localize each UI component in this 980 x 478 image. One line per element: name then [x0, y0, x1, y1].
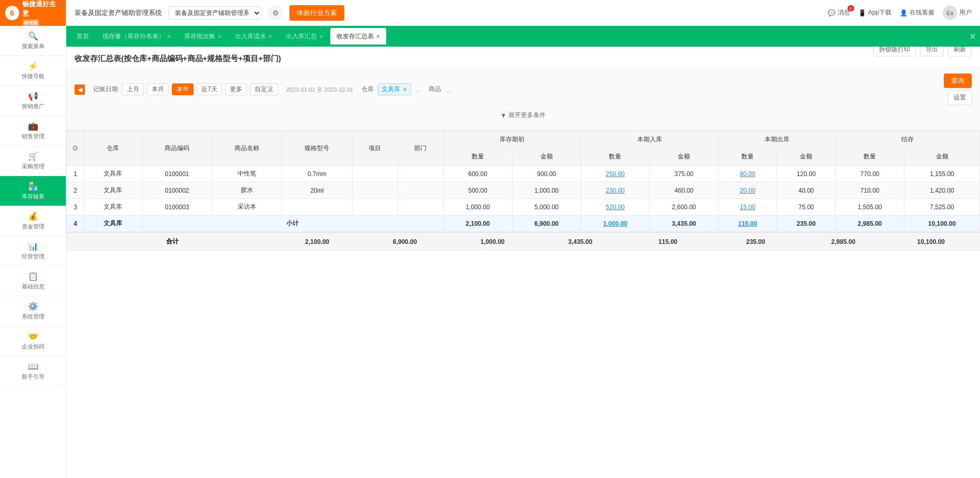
row-in-qty[interactable]: 230.00: [581, 182, 650, 199]
tab-close-4[interactable]: ✕: [319, 34, 323, 39]
filter-collapse-button[interactable]: ◀: [75, 84, 85, 95]
tabbar-close-button[interactable]: ✕: [969, 32, 976, 41]
sidebar-item-marketing[interactable]: 📢营销推广: [0, 86, 66, 116]
tab-3[interactable]: 出入库流水✕: [229, 28, 279, 45]
user-menu[interactable]: Ea 用户: [943, 6, 972, 20]
tab-4[interactable]: 出入库汇总✕: [280, 28, 329, 45]
app-download-button[interactable]: 📱 App下载: [858, 8, 891, 17]
enterprise-icon: 🤝: [28, 331, 38, 341]
row-open-qty: 500.00: [443, 182, 512, 199]
row-code: 0100002: [142, 182, 212, 199]
query-button[interactable]: 查询: [944, 74, 972, 88]
tab-close-5[interactable]: ✕: [376, 34, 380, 39]
row-out-amt: 40.00: [777, 182, 836, 199]
subtotal-no: 4: [67, 215, 84, 232]
tab-close-2[interactable]: ✕: [217, 34, 222, 39]
settings-icon[interactable]: ⚙: [268, 5, 283, 21]
table-settings-icon[interactable]: ⚙: [72, 144, 79, 152]
sidebar-item-system[interactable]: ⚙️系统管理: [0, 296, 66, 326]
warehouse-tag-close[interactable]: ✕: [402, 86, 407, 93]
date-btn-上月[interactable]: 上月: [122, 83, 144, 95]
system-icon: ⚙️: [28, 301, 38, 311]
table-row: 3 文具库 0100003 采访本 1,000.00 5,000.00 520.…: [67, 199, 980, 215]
sidebar-item-enterprise[interactable]: 🤝企业协同: [0, 326, 66, 356]
table-sub-bal-amt: 金额: [904, 148, 980, 166]
table-header-code: 商品编码: [142, 131, 212, 166]
tab-close-3[interactable]: ✕: [268, 34, 272, 39]
footer-in-amt: 3,435.00: [536, 238, 624, 245]
date-btn-本年[interactable]: 本年: [172, 83, 194, 95]
table-header-in: 本期入库: [581, 131, 719, 149]
sidebar-item-newbie[interactable]: 📖新手引导: [0, 356, 66, 386]
expand-more-button[interactable]: ▼ 展开更多条件: [501, 111, 546, 120]
export-button[interactable]: 导出: [920, 47, 944, 56]
data-table: ⚙ 仓库 商品编码 商品名称 规格型号 项目 部门 库存期初 本期入库 本期出库…: [66, 131, 980, 232]
tab-1[interactable]: 现存量（库存分布表）✕: [96, 28, 177, 45]
row-out-qty[interactable]: 20.00: [719, 182, 777, 199]
online-service-button[interactable]: 👤 在线客服: [900, 8, 934, 17]
table-sub-in-amt: 金额: [650, 148, 719, 166]
subtotal-open-amt: 6,900.00: [512, 215, 581, 232]
warehouse-tag[interactable]: 文具库 ✕: [378, 83, 411, 95]
row-bal-amt: 7,525.00: [904, 199, 980, 215]
footer-out-qty: 115.00: [624, 238, 712, 245]
table-header-settings: ⚙: [67, 131, 84, 166]
sidebar-item-operations[interactable]: 📊经营管理: [0, 236, 66, 266]
sidebar: 6 畅捷通好生意 标准版 🔍搜索菜单⚡快捷导航📢营销推广💼销售管理🛒采购管理🏪库…: [0, 0, 66, 478]
date-filter-options: 上月本月本年近7天更多自定义: [122, 83, 278, 95]
product-filter-section: 商品 ...: [429, 85, 450, 94]
subtotal-bal-qty: 2,985.00: [836, 215, 904, 232]
row-warehouse: 文具库: [84, 182, 142, 199]
subtotal-open-qty: 2,100.00: [443, 215, 512, 232]
table-footer: 合计 2,100.00 6,900.00 1,000.00 3,435.00 1…: [66, 232, 980, 251]
table-header-spec: 规格型号: [282, 131, 352, 166]
row-name: 胶水: [212, 182, 282, 199]
subtotal-row: 4 文具库 小计 2,100.00 6,900.00 1,000.00 3,43…: [67, 215, 980, 232]
row-in-amt: 2,600.00: [650, 199, 719, 215]
row-in-qty[interactable]: 250.00: [581, 166, 650, 182]
table-container: ⚙ 仓库 商品编码 商品名称 规格型号 项目 部门 库存期初 本期入库 本期出库…: [66, 131, 980, 232]
date-btn-自定义[interactable]: 自定义: [250, 83, 278, 95]
date-btn-本月[interactable]: 本月: [147, 83, 169, 95]
date-btn-近7天[interactable]: 近7天: [197, 83, 222, 95]
row-dept: [398, 182, 443, 199]
message-icon: 💬: [828, 9, 836, 17]
subtotal-out-qty: 115.00: [719, 215, 777, 232]
date-btn-更多[interactable]: 更多: [225, 83, 247, 95]
message-button[interactable]: 💬 消息 6: [828, 8, 850, 17]
system-selector[interactable]: 装备及固定资产辅助管理系统: [168, 6, 261, 20]
sidebar-item-sales[interactable]: 💼销售管理: [0, 116, 66, 146]
sidebar-item-basic-info[interactable]: 📋基础信息: [0, 266, 66, 296]
footer-open-qty: 2,100.00: [273, 238, 361, 245]
sidebar-item-search[interactable]: 🔍搜索菜单: [0, 26, 66, 56]
sidebar-item-purchase[interactable]: 🛒采购管理: [0, 146, 66, 176]
row-out-qty[interactable]: 15.00: [719, 199, 777, 215]
row-in-qty[interactable]: 520.00: [581, 199, 650, 215]
sidebar-item-inventory[interactable]: 🏪库存核算: [0, 176, 66, 206]
sidebar-item-finance[interactable]: 💰资金管理: [0, 206, 66, 236]
row-out-qty[interactable]: 80.00: [719, 166, 777, 182]
row-out-amt: 75.00: [777, 199, 836, 215]
table-sub-out-amt: 金额: [777, 148, 836, 166]
footer-total-label: 合计: [71, 237, 273, 246]
table-header-project: 项目: [352, 131, 398, 166]
sidebar-item-quick-nav[interactable]: ⚡快捷导航: [0, 56, 66, 86]
date-range-display: 2023-01-01 至 2023-12-31: [286, 86, 354, 94]
quick-nav-icon: ⚡: [28, 61, 38, 71]
tab-2[interactable]: 库存批次账✕: [178, 28, 228, 45]
download-icon: 📱: [858, 9, 866, 17]
warehouse-more[interactable]: ...: [415, 86, 420, 93]
tab-0[interactable]: 首页: [70, 28, 95, 45]
filter-row1: ◀ 记账日期 上月本月本年近7天更多自定义 2023-01-01 至 2023-…: [75, 74, 972, 105]
tab-5[interactable]: 收发存汇总表✕: [330, 28, 386, 45]
product-more[interactable]: ...: [445, 86, 450, 93]
print-button[interactable]: 拆锁版打印: [873, 47, 916, 56]
row-spec: 20ml: [282, 182, 352, 199]
try-industry-button[interactable]: 体验行业方案: [289, 5, 344, 21]
column-settings-button[interactable]: 设置: [948, 90, 972, 105]
table-sub-out-qty: 数量: [719, 148, 777, 166]
purchase-icon: 🛒: [28, 151, 38, 161]
row-project: [352, 166, 398, 182]
refresh-button[interactable]: 刷新: [948, 47, 972, 56]
tab-close-1[interactable]: ✕: [167, 34, 171, 39]
